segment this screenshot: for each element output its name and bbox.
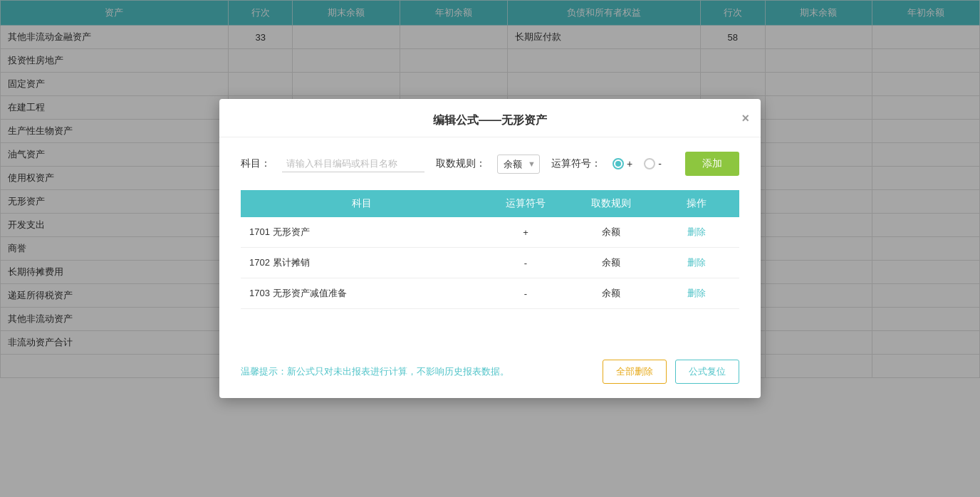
modal-footer: 温馨提示：新公式只对未出报表进行计算，不影响历史报表数据。 全部删除 公式复位 (219, 351, 761, 398)
operator-minus-label: - (658, 158, 662, 169)
formula-row-2: 1702 累计摊销 - 余额 删除 (241, 248, 739, 278)
row1-rule: 余额 (568, 217, 654, 248)
formula-table: 科目 运算符号 取数规则 操作 1701 无形资产 + 余额 删除 (241, 190, 739, 309)
col-header-rule: 取数规则 (568, 190, 654, 217)
reset-formula-button[interactable]: 公式复位 (675, 360, 739, 384)
delete-row2-button[interactable]: 删除 (687, 257, 706, 268)
footer-buttons: 全部删除 公式复位 (603, 360, 739, 384)
row1-action: 删除 (654, 217, 739, 248)
subject-label: 科目： (241, 157, 271, 170)
form-row: 科目： 取数规则： 余额 借方 贷方 ▼ 运算符号： + (241, 152, 739, 176)
operator-radio-group: + - (612, 158, 662, 169)
modal-overlay: 编辑公式——无形资产 × 科目： 取数规则： 余额 借方 贷方 ▼ 运算符号： (0, 0, 980, 497)
operator-label: 运算符号： (551, 157, 601, 170)
delete-row3-button[interactable]: 删除 (687, 288, 706, 298)
radio-plus-circle (612, 158, 624, 169)
row1-operator: + (483, 217, 568, 248)
rule-label: 取数规则： (436, 157, 486, 170)
row2-action: 删除 (654, 248, 739, 278)
modal-body: 科目： 取数规则： 余额 借方 贷方 ▼ 运算符号： + (219, 137, 761, 351)
col-header-operator: 运算符号 (483, 190, 568, 217)
radio-minus-circle (644, 158, 655, 169)
operator-plus-radio[interactable]: + (612, 158, 632, 169)
row3-action: 删除 (654, 278, 739, 309)
row3-subject: 1703 无形资产减值准备 (241, 278, 483, 309)
modal-header: 编辑公式——无形资产 × (219, 99, 761, 137)
row3-rule: 余额 (568, 278, 654, 309)
col-header-action: 操作 (654, 190, 739, 217)
hint-text: 温馨提示：新公式只对未出报表进行计算，不影响历史报表数据。 (241, 365, 509, 378)
modal-dialog: 编辑公式——无形资产 × 科目： 取数规则： 余额 借方 贷方 ▼ 运算符号： (219, 99, 761, 398)
operator-plus-label: + (627, 158, 632, 169)
modal-title: 编辑公式——无形资产 (433, 114, 547, 126)
operator-minus-radio[interactable]: - (644, 158, 662, 169)
row2-subject: 1702 累计摊销 (241, 248, 483, 278)
col-header-subject: 科目 (241, 190, 483, 217)
rule-select[interactable]: 余额 借方 贷方 (497, 155, 540, 174)
subject-input[interactable] (282, 155, 424, 172)
formula-row-3: 1703 无形资产减值准备 - 余额 删除 (241, 278, 739, 309)
close-button[interactable]: × (741, 112, 749, 125)
delete-row1-button[interactable]: 删除 (687, 226, 706, 237)
delete-all-button[interactable]: 全部删除 (603, 360, 667, 384)
rule-select-wrap: 余额 借方 贷方 ▼ (497, 155, 540, 174)
row3-operator: - (483, 278, 568, 309)
add-button[interactable]: 添加 (685, 152, 739, 176)
row1-subject: 1701 无形资产 (241, 217, 483, 248)
row2-rule: 余额 (568, 248, 654, 278)
row2-operator: - (483, 248, 568, 278)
formula-row-1: 1701 无形资产 + 余额 删除 (241, 217, 739, 248)
